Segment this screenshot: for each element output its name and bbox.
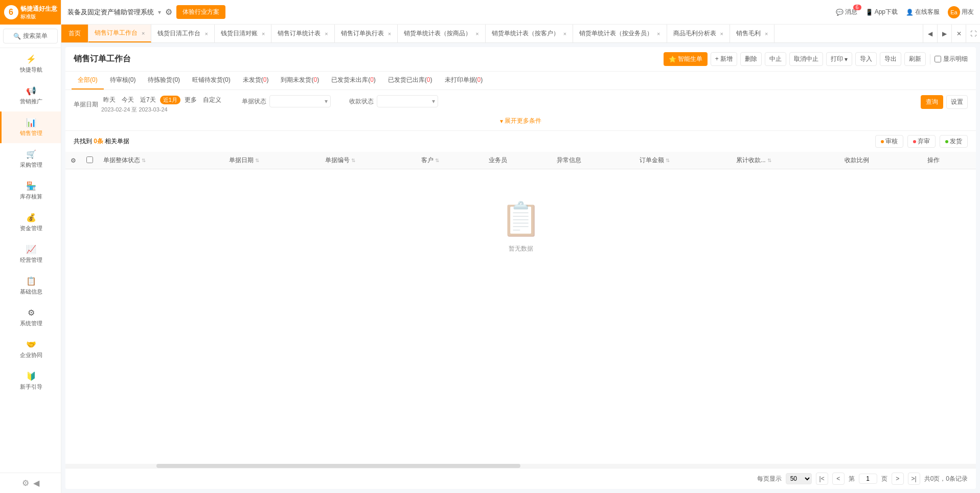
- cancel-stop-button[interactable]: 取消中止: [789, 52, 823, 66]
- tab-close-sales-by-staff[interactable]: ×: [657, 31, 660, 37]
- print-dropdown-icon[interactable]: ▾: [845, 56, 848, 63]
- sidebar-item-basic-info[interactable]: 📋 基础信息: [0, 270, 61, 302]
- quick-action-ship[interactable]: 发货: [940, 135, 968, 148]
- tab-product-margin[interactable]: 商品毛利分析表×: [667, 25, 730, 42]
- tab-close-sales-workbench[interactable]: ×: [142, 30, 145, 36]
- query-button[interactable]: 查询: [921, 95, 943, 109]
- delete-button[interactable]: 删除: [740, 52, 762, 66]
- tab-close-all-button[interactable]: ✕: [951, 25, 966, 43]
- quick-action-audit[interactable]: 审核: [875, 135, 903, 148]
- solution-button[interactable]: 体验行业方案: [176, 5, 225, 19]
- date-yesterday[interactable]: 昨天: [101, 95, 118, 105]
- tab-close-sales-profit[interactable]: ×: [765, 31, 768, 37]
- select-all-checkbox[interactable]: [86, 156, 93, 163]
- th-status-sort[interactable]: 单据整体状态⇅: [103, 156, 219, 165]
- tab-sales-profit[interactable]: 销售毛利×: [730, 25, 774, 42]
- tab-sales-stat[interactable]: 销售订单统计表×: [271, 25, 334, 42]
- tab-sales-by-product[interactable]: 销货单统计表（按商品）×: [398, 25, 485, 42]
- tab-prev-button[interactable]: ◀: [923, 25, 937, 43]
- status-select[interactable]: [269, 95, 331, 107]
- expand-conditions-button[interactable]: ▾ 展开更多条件: [500, 114, 541, 125]
- sub-tab-not-shipped[interactable]: 未发货(0): [237, 72, 275, 89]
- tab-close-sales-by-customer[interactable]: ×: [563, 31, 566, 37]
- first-page-button[interactable]: |<: [816, 473, 828, 485]
- page-number-input[interactable]: 1: [859, 474, 877, 484]
- tab-sales-exec[interactable]: 销售订单执行表×: [335, 25, 398, 42]
- th-customer-sort[interactable]: 客户⇅: [421, 156, 478, 165]
- collapse-icon[interactable]: ◀: [33, 478, 39, 488]
- app-download-item[interactable]: 📱 App下载: [865, 8, 898, 16]
- print-button[interactable]: 打印 ▾: [826, 52, 852, 66]
- export-button[interactable]: 导出: [880, 52, 901, 66]
- stop-button[interactable]: 中止: [765, 52, 786, 66]
- tab-cash-clear[interactable]: 钱货日清工作台×: [151, 25, 214, 42]
- sidebar-item-operations[interactable]: 📈 经营管理: [0, 238, 61, 270]
- sidebar-item-guide[interactable]: 🔰 新手引导: [0, 365, 61, 397]
- th-staff: 业务员: [484, 152, 552, 169]
- settings-icon[interactable]: ⚙: [22, 478, 29, 488]
- online-service-item[interactable]: 👤 在线客服: [906, 8, 940, 16]
- tab-home[interactable]: 首页: [61, 25, 88, 42]
- sub-tab-pending-audit[interactable]: 待审核(0): [104, 72, 142, 89]
- tab-cash-goods[interactable]: 钱货日清对账×: [215, 25, 271, 42]
- th-collected-sort[interactable]: 累计收款...⇅: [736, 156, 834, 165]
- th-date-sort[interactable]: 单据日期⇅: [229, 156, 315, 165]
- tab-close-cash-goods[interactable]: ×: [262, 31, 265, 37]
- sidebar-item-marketing[interactable]: 📢 营销推广: [0, 80, 61, 111]
- date-today[interactable]: 今天: [120, 95, 136, 105]
- payment-select[interactable]: [377, 95, 438, 107]
- tab-close-sales-exec[interactable]: ×: [388, 31, 391, 37]
- message-item[interactable]: 💬 消息 6: [836, 8, 857, 16]
- filter-settings-button[interactable]: 设置: [946, 95, 968, 109]
- expand-icon[interactable]: ▾: [158, 9, 161, 16]
- sub-tab-pending-check[interactable]: 待拣验货(0): [142, 72, 186, 89]
- sidebar-item-finance[interactable]: 💰 资金管理: [0, 207, 61, 238]
- scrollbar-thumb[interactable]: [156, 464, 520, 468]
- tab-next-button[interactable]: ▶: [937, 25, 951, 43]
- tab-sales-workbench[interactable]: 销售订单工作台×: [88, 25, 151, 42]
- sidebar-item-quick-nav[interactable]: ⚡ 快捷导航: [0, 48, 61, 80]
- sidebar-item-system[interactable]: ⚙ 系统管理: [0, 302, 61, 333]
- tab-close-sales-stat[interactable]: ×: [325, 31, 328, 37]
- sidebar-item-purchase[interactable]: 🛒 采购管理: [0, 143, 61, 175]
- th-number-sort[interactable]: 单据编号⇅: [325, 156, 411, 165]
- import-button[interactable]: 导入: [855, 52, 877, 66]
- sidebar-item-corp[interactable]: 🤝 企业协同: [0, 333, 61, 365]
- th-amount-sort[interactable]: 订单金额⇅: [640, 156, 725, 165]
- sub-tab-shipped-not-out[interactable]: 已发货未出库(0): [325, 72, 382, 89]
- sub-tab-expired-not-shipped[interactable]: 到期未发货(0): [275, 72, 325, 89]
- add-button[interactable]: + 新增: [711, 52, 737, 66]
- prev-page-button[interactable]: <: [832, 473, 845, 485]
- search-menu-button[interactable]: 🔍 搜索菜单: [3, 29, 58, 43]
- date-custom[interactable]: 自定义: [201, 95, 223, 105]
- next-page-button[interactable]: >: [892, 473, 904, 485]
- date-more[interactable]: 更多: [183, 95, 199, 105]
- tab-maximize-button[interactable]: ⛶: [966, 25, 980, 43]
- page-size-select[interactable]: 50 10 20 100: [786, 473, 812, 484]
- quick-action-label-ship: 发货: [950, 137, 962, 146]
- date-options: 昨天 今天 近7天 近1月 更多 自定义 2023-02-24 至 2023-0…: [101, 95, 223, 114]
- refresh-button[interactable]: 刷新: [904, 52, 926, 66]
- show-detail-input[interactable]: [935, 56, 941, 62]
- sidebar-item-sales[interactable]: 📊 销售管理: [0, 111, 61, 143]
- sub-tab-shipped-out[interactable]: 已发货已出库(0): [382, 72, 439, 89]
- sub-tab-not-printed[interactable]: 未打印单据(0): [439, 72, 489, 89]
- tab-close-cash-clear[interactable]: ×: [204, 31, 208, 37]
- quick-action-revoke[interactable]: 弃审: [907, 135, 936, 148]
- last-page-button[interactable]: >|: [908, 473, 920, 485]
- tab-sales-by-customer[interactable]: 销货单统计表（按客户）×: [486, 25, 573, 42]
- tab-close-sales-by-product[interactable]: ×: [475, 31, 478, 37]
- sidebar-item-inventory[interactable]: 🏪 库存核算: [0, 175, 61, 207]
- sub-tab-all[interactable]: 全部(0): [72, 72, 104, 89]
- user-item[interactable]: Ea 用友: [948, 6, 974, 18]
- tab-sales-by-staff[interactable]: 销货单统计表（按业务员）×: [573, 25, 667, 42]
- sub-tab-wangpu-pending[interactable]: 旺铺待发货(0): [186, 72, 237, 89]
- horizontal-scrollbar[interactable]: [65, 464, 976, 468]
- date-1month[interactable]: 近1月: [160, 96, 180, 104]
- show-detail-checkbox[interactable]: 显示明细: [935, 55, 968, 63]
- settings-gear-icon[interactable]: ⚙: [165, 7, 172, 17]
- table-settings-icon[interactable]: ⚙: [71, 157, 76, 164]
- date-7days[interactable]: 近7天: [138, 95, 158, 105]
- tab-close-product-margin[interactable]: ×: [720, 31, 723, 37]
- smart-create-button[interactable]: ⭐ 智能生单: [664, 52, 708, 66]
